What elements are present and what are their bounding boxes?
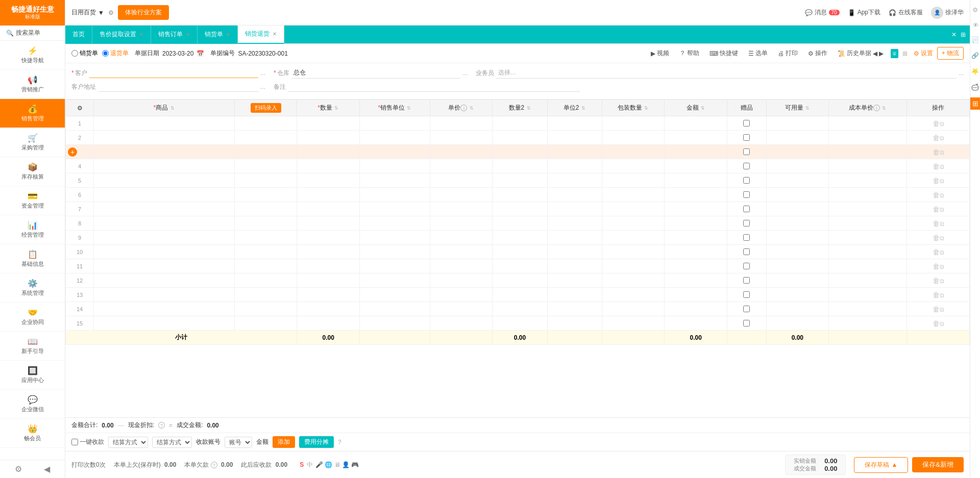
gift-checkbox[interactable] bbox=[743, 191, 750, 198]
sales-unit-cell[interactable] bbox=[359, 116, 430, 131]
sidebar-item-member[interactable]: 👑 畅会员 bbox=[0, 419, 65, 448]
note-input[interactable] bbox=[288, 82, 580, 92]
delete-row-btn[interactable]: 🗑 bbox=[933, 119, 940, 128]
available-sort-icon[interactable]: ⇅ bbox=[805, 106, 810, 111]
gift-checkbox[interactable] bbox=[743, 134, 750, 141]
delete-row-btn[interactable]: 🗑 bbox=[933, 162, 940, 170]
shortcut-btn[interactable]: ⌨ 快捷键 bbox=[706, 47, 741, 59]
select-btn[interactable]: ☰ 选单 bbox=[745, 47, 771, 59]
customer-dots[interactable]: ... bbox=[260, 69, 265, 77]
copy-row-btn[interactable]: ⧉ bbox=[940, 220, 944, 228]
right-panel-icon-2[interactable]: 👁 bbox=[971, 19, 980, 30]
search-menu[interactable]: 🔍 搜索菜单 bbox=[0, 26, 65, 41]
delete-row-btn[interactable]: 🗑 bbox=[933, 148, 940, 156]
qty2-cell[interactable] bbox=[493, 131, 547, 145]
tab-sales-return-close[interactable]: ✕ bbox=[273, 31, 277, 37]
tab-price-extract[interactable]: 售价提取设置 ✕ bbox=[92, 26, 151, 44]
prev-icon[interactable]: ◀ bbox=[873, 50, 877, 57]
pkg-qty-cell[interactable] bbox=[602, 116, 665, 131]
tab-sales-return[interactable]: 销货退货 ✕ bbox=[238, 26, 284, 44]
copy-row-btn[interactable]: ⧉ bbox=[940, 263, 944, 270]
delete-row-btn[interactable]: 🗑 bbox=[933, 234, 940, 242]
calc-method-select[interactable]: 结算方式 bbox=[152, 437, 192, 448]
cost-price-sort-icon[interactable]: ⇅ bbox=[882, 106, 886, 111]
sales-unit-sort-icon[interactable]: ⇅ bbox=[407, 106, 411, 111]
save-new-btn[interactable]: 保存&新增 bbox=[912, 457, 964, 472]
sidebar-item-basic-info[interactable]: 📋 基础信息 bbox=[0, 244, 65, 273]
right-panel-active-btn[interactable]: ⊞ bbox=[970, 97, 981, 110]
account-select[interactable]: 账号 bbox=[225, 437, 252, 448]
topbar-settings-btn[interactable]: ⚙ bbox=[108, 9, 114, 16]
copy-row-btn[interactable]: ⧉ bbox=[940, 192, 944, 199]
gift-checkbox[interactable] bbox=[743, 291, 750, 298]
copy-row-btn[interactable]: ⧉ bbox=[940, 292, 944, 299]
add-logistics-btn[interactable]: + 物流 bbox=[937, 47, 964, 60]
delete-row-btn[interactable]: 🗑 bbox=[933, 262, 940, 270]
delete-row-btn[interactable]: 🗑 bbox=[933, 191, 940, 199]
gift-checkbox[interactable] bbox=[743, 148, 750, 155]
right-panel-icon-4[interactable]: 🔗 bbox=[971, 50, 980, 62]
sidebar-item-quick-nav[interactable]: ⚡ 快捷导航 bbox=[0, 41, 65, 70]
tab-sales-order[interactable]: 销售订单 ✕ bbox=[151, 26, 198, 44]
gift-checkbox[interactable] bbox=[743, 306, 750, 312]
product-cell[interactable] bbox=[94, 159, 235, 173]
sidebar-item-newbie[interactable]: 📖 新手引导 bbox=[0, 332, 65, 361]
sales-unit-cell[interactable] bbox=[359, 131, 430, 145]
copy-row-btn[interactable]: ⧉ bbox=[940, 135, 944, 142]
pkg-qty-cell[interactable] bbox=[602, 131, 665, 145]
gift-checkbox[interactable] bbox=[743, 234, 750, 241]
right-panel-icon-3[interactable]: 📄 bbox=[971, 34, 980, 46]
sidebar-item-purchase-mgmt[interactable]: 🛒 采购管理 bbox=[0, 128, 65, 157]
tab-sales-delivery-close[interactable]: ✕ bbox=[226, 32, 230, 37]
gift-checkbox[interactable] bbox=[743, 220, 750, 227]
amount-cell[interactable] bbox=[665, 131, 727, 145]
unit2-cell[interactable] bbox=[547, 116, 602, 131]
gift-checkbox[interactable] bbox=[743, 163, 750, 169]
salesperson-input[interactable]: 选择... bbox=[496, 67, 957, 79]
qty2-sort-icon[interactable]: ⇅ bbox=[527, 106, 531, 111]
save-draft-btn[interactable]: 保存草稿 ▲ bbox=[854, 457, 908, 473]
warehouse-input[interactable]: 总仓 bbox=[291, 67, 460, 79]
help-btn[interactable]: ？ 帮助 bbox=[676, 47, 702, 59]
user-profile-btn[interactable]: 👤 徐泽华 bbox=[931, 7, 964, 19]
qty2-cell[interactable] bbox=[493, 116, 547, 131]
pkg-qty-cell[interactable] bbox=[602, 145, 665, 159]
qty-cell[interactable] bbox=[297, 145, 360, 159]
warehouse-dots[interactable]: ... bbox=[462, 69, 468, 77]
discount-info[interactable]: ? bbox=[158, 422, 165, 429]
delete-row-btn[interactable]: 🗑 bbox=[933, 248, 940, 256]
copy-row-btn[interactable]: ⧉ bbox=[940, 206, 944, 213]
scan-btn[interactable]: 扫码录入 bbox=[251, 103, 281, 113]
right-panel-icon-1[interactable]: ⚙ bbox=[971, 4, 980, 15]
gift-checkbox[interactable] bbox=[743, 177, 750, 184]
delete-row-btn[interactable]: 🗑 bbox=[933, 134, 940, 142]
print-btn[interactable]: 🖨 打印 bbox=[775, 47, 801, 59]
gift-checkbox[interactable] bbox=[743, 120, 750, 127]
tab-sales-order-close[interactable]: ✕ bbox=[186, 32, 190, 37]
product-cell[interactable] bbox=[94, 116, 235, 131]
salesperson-dots[interactable]: ... bbox=[959, 69, 964, 77]
right-panel-icon-6[interactable]: 💬 bbox=[971, 82, 980, 93]
product-cell[interactable] bbox=[94, 145, 235, 159]
sidebar-item-enterprise-wechat[interactable]: 💬 企业微信 bbox=[0, 390, 65, 419]
sidebar-collapse-btn[interactable]: ◀ bbox=[44, 464, 50, 474]
copy-row-btn[interactable]: ⧉ bbox=[940, 278, 944, 285]
split-btn[interactable]: 费用分摊 bbox=[299, 436, 334, 448]
copy-row-btn[interactable]: ⧉ bbox=[940, 320, 944, 328]
customer-input[interactable] bbox=[89, 68, 258, 78]
video-btn[interactable]: ▶ 视频 bbox=[648, 47, 672, 59]
copy-row-btn[interactable]: ⧉ bbox=[940, 178, 944, 185]
gift-checkbox[interactable] bbox=[743, 263, 750, 269]
gift-checkbox[interactable] bbox=[743, 206, 750, 212]
product-sort-icon[interactable]: ⇅ bbox=[170, 106, 175, 111]
qty-cell[interactable] bbox=[297, 116, 360, 131]
copy-row-btn[interactable]: ⧉ bbox=[940, 306, 944, 313]
amount-cell[interactable] bbox=[665, 145, 727, 159]
single-debt-info[interactable]: ? bbox=[211, 462, 217, 468]
pkg-sort-icon[interactable]: ⇅ bbox=[644, 106, 648, 111]
delete-row-btn[interactable]: 🗑 bbox=[933, 177, 940, 185]
radio-sales-return-input[interactable] bbox=[102, 50, 109, 57]
app-download-btn[interactable]: 📱 App下载 bbox=[848, 8, 880, 17]
unit-price-sort-icon[interactable]: ⇅ bbox=[470, 106, 474, 111]
sidebar-settings-btn[interactable]: ⚙ bbox=[15, 464, 22, 474]
